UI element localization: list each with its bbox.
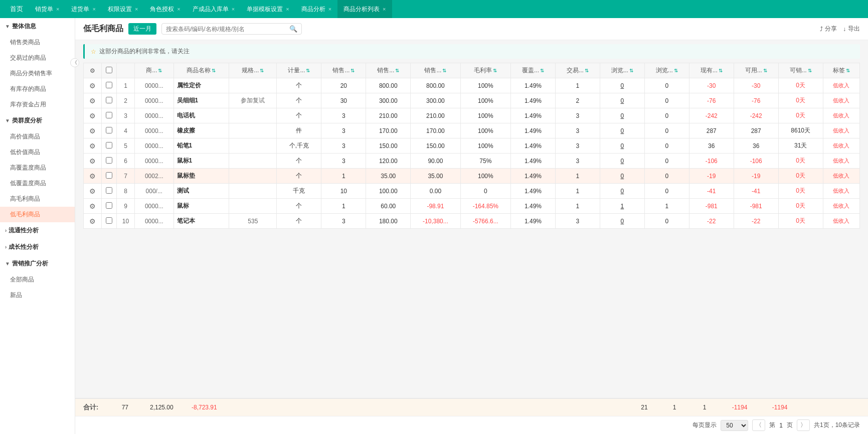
sidebar-group-overview[interactable]: ▼ 整体信息 [0, 18, 75, 35]
filter-button[interactable]: 近一月 [128, 23, 156, 35]
row-select-checkbox[interactable] [106, 112, 112, 118]
table-row[interactable]: ⚙ 10 0000... 笔记本 535 个 3 180.00 -10,380.… [84, 214, 860, 229]
nav-purchase[interactable]: 进货单× [65, 0, 101, 18]
row-checkbox[interactable] [102, 108, 117, 123]
row-name[interactable]: 鼠标垫 [173, 169, 229, 184]
row-settings[interactable]: ⚙ [84, 184, 102, 199]
row-select-checkbox[interactable] [106, 187, 112, 194]
row-checkbox[interactable] [102, 199, 117, 214]
sidebar-group-flow[interactable]: › 流通性分析 [0, 222, 75, 239]
row-checkbox[interactable] [102, 154, 117, 169]
nav-product-analysis-list[interactable]: 商品分析列表× [337, 0, 392, 18]
col-tag[interactable]: 标签⇅ [823, 63, 859, 78]
row-checkbox[interactable] [102, 169, 117, 184]
row-browse1[interactable]: 0 [600, 184, 644, 199]
sidebar-item-category-rate[interactable]: 商品分类销售率 [0, 66, 75, 81]
row-settings[interactable]: ⚙ [84, 154, 102, 169]
table-row[interactable]: ⚙ 7 0002... 鼠标垫 个 1 35.00 35.00 100% 1.4… [84, 169, 860, 184]
search-box[interactable]: 🔍 [161, 23, 302, 35]
table-row[interactable]: ⚙ 1 0000... 属性定价 个 20 800.00 800.00 100%… [84, 78, 860, 93]
row-settings[interactable]: ⚙ [84, 214, 102, 229]
nav-sales[interactable]: 销货单× [29, 0, 65, 18]
col-trade-count[interactable]: 交易...⇅ [555, 63, 600, 78]
col-cover-rate[interactable]: 覆盖...⇅ [511, 63, 556, 78]
row-checkbox[interactable] [102, 214, 117, 229]
row-settings[interactable]: ⚙ [84, 108, 102, 123]
table-row[interactable]: ⚙ 2 0000... 吴细细1 参加复试 个 30 300.00 300.00… [84, 93, 860, 108]
table-row[interactable]: ⚙ 6 0000... 鼠标1 个 3 120.00 90.00 75% 1.4… [84, 154, 860, 169]
col-available[interactable]: 可用...⇅ [734, 63, 778, 78]
row-select-checkbox[interactable] [106, 217, 112, 224]
row-settings[interactable]: ⚙ [84, 123, 102, 138]
nav-product-entry[interactable]: 产成品入库单× [187, 0, 241, 18]
sidebar-group-marketing[interactable]: ▼ 营销推广分析 [0, 255, 75, 272]
nav-template[interactable]: 单据模板设置× [241, 0, 295, 18]
row-browse1[interactable]: 0 [600, 123, 644, 138]
col-sales-profit[interactable]: 销售...⇅ [411, 63, 460, 78]
export-button[interactable]: ↓ 导出 [843, 25, 860, 33]
col-checkbox[interactable] [102, 63, 117, 78]
sidebar-item-high-margin[interactable]: 高毛利商品 [0, 191, 75, 207]
row-name[interactable]: 测试 [173, 184, 229, 199]
row-name[interactable]: 笔记本 [173, 214, 229, 229]
row-checkbox[interactable] [102, 123, 117, 138]
col-settings[interactable]: ⚙ [84, 63, 102, 78]
sidebar-item-low-value[interactable]: 低价值商品 [0, 144, 75, 160]
row-settings[interactable]: ⚙ [84, 169, 102, 184]
col-code[interactable]: 商...⇅ [135, 63, 174, 78]
search-icon[interactable]: 🔍 [289, 25, 297, 33]
nav-home[interactable]: 首页 [4, 0, 29, 18]
table-row[interactable]: ⚙ 4 0000... 橡皮擦 件 3 170.00 170.00 100% 1… [84, 123, 860, 138]
row-checkbox[interactable] [102, 93, 117, 108]
sidebar-item-all-goods[interactable]: 全部商品 [0, 272, 75, 287]
row-settings[interactable]: ⚙ [84, 93, 102, 108]
row-browse1[interactable]: 0 [600, 169, 644, 184]
sidebar-item-low-margin[interactable]: 低毛利商品 [0, 207, 75, 222]
sidebar-item-traded-goods[interactable]: 交易过的商品 [0, 50, 75, 66]
row-browse1[interactable]: 0 [600, 138, 644, 154]
row-name[interactable]: 橡皮擦 [173, 123, 229, 138]
sidebar-item-low-coverage[interactable]: 低覆盖度商品 [0, 176, 75, 191]
select-all-checkbox[interactable] [106, 67, 112, 73]
nav-product-analysis[interactable]: 商品分析× [295, 0, 337, 18]
sidebar-item-new-goods[interactable]: 新品 [0, 287, 75, 303]
row-select-checkbox[interactable] [106, 202, 112, 209]
row-settings[interactable]: ⚙ [84, 78, 102, 93]
col-spec[interactable]: 规格...⇅ [229, 63, 277, 78]
row-name[interactable]: 铅笔1 [173, 138, 229, 154]
sidebar-item-sales-goods[interactable]: 销售类商品 [0, 35, 75, 50]
col-unit[interactable]: 计量...⇅ [277, 63, 321, 78]
table-container[interactable]: ⚙ 商...⇅ 商品名称⇅ 规格...⇅ 计量...⇅ 销售...⇅ 销售...… [75, 63, 868, 398]
row-checkbox[interactable] [102, 78, 117, 93]
col-gross-rate[interactable]: 毛利率⇅ [460, 63, 510, 78]
row-select-checkbox[interactable] [106, 127, 112, 133]
row-select-checkbox[interactable] [106, 82, 112, 88]
row-settings[interactable]: ⚙ [84, 138, 102, 154]
table-row[interactable]: ⚙ 5 0000... 铅笔1 个,千克 3 150.00 150.00 100… [84, 138, 860, 154]
table-row[interactable]: ⚙ 8 000/... 测试 千克 10 100.00 0.00 0 1.49%… [84, 184, 860, 199]
nav-permission[interactable]: 权限设置× [102, 0, 144, 18]
col-saleable[interactable]: 可销...⇅ [778, 63, 823, 78]
row-name[interactable]: 属性定价 [173, 78, 229, 93]
row-settings[interactable]: ⚙ [84, 199, 102, 214]
sidebar-collapse-button[interactable]: 《 [70, 58, 79, 67]
table-row[interactable]: ⚙ 9 0000... 鼠标 个 1 60.00 -98.91 -164.85%… [84, 199, 860, 214]
row-checkbox[interactable] [102, 184, 117, 199]
col-name[interactable]: 商品名称⇅ [173, 63, 229, 78]
next-page-button[interactable]: 〉 [797, 419, 810, 431]
row-browse1[interactable]: 0 [600, 154, 644, 169]
sidebar-item-stock-fund[interactable]: 库存资金占用 [0, 97, 75, 112]
col-current-stock[interactable]: 现有...⇅ [689, 63, 734, 78]
col-sales-count[interactable]: 销售...⇅ [321, 63, 366, 78]
col-browse1[interactable]: 浏览...⇅ [600, 63, 644, 78]
row-name[interactable]: 鼠标 [173, 199, 229, 214]
sidebar-item-in-stock[interactable]: 有库存的商品 [0, 81, 75, 97]
nav-role[interactable]: 角色授权× [144, 0, 186, 18]
row-browse1[interactable]: 0 [600, 78, 644, 93]
share-button[interactable]: ⤴ 分享 [820, 25, 837, 33]
sidebar-group-growth[interactable]: › 成长性分析 [0, 239, 75, 255]
row-browse1[interactable]: 0 [600, 93, 644, 108]
row-select-checkbox[interactable] [106, 172, 112, 179]
row-select-checkbox[interactable] [106, 97, 112, 103]
row-name[interactable]: 吴细细1 [173, 93, 229, 108]
